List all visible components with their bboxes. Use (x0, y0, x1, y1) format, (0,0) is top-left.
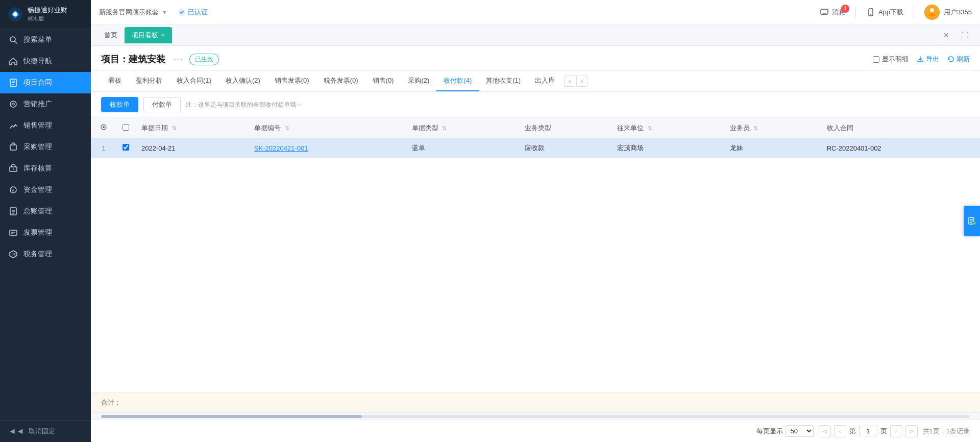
cell-code[interactable]: SK-20220421-001 (248, 138, 406, 158)
tabs-bar: 首页 项目看板 × ✕ ⛶ (91, 24, 980, 46)
receipt-toggle-button[interactable]: 收款单 (101, 97, 138, 112)
scrollbar-thumb[interactable] (101, 415, 362, 418)
col-checkbox[interactable] (116, 118, 135, 138)
export-button[interactable]: 导出 (917, 55, 939, 64)
sub-tab-next-button[interactable]: › (576, 76, 587, 87)
sub-tab-sales[interactable]: 销售(0) (365, 71, 401, 91)
main-content: 新服务官网演示账套 ▼ 已认证 消息 1 App下载 (91, 0, 980, 442)
sub-tab-profit[interactable]: 盈利分析 (129, 71, 169, 91)
col-income-contract: 收入合同 (821, 118, 980, 138)
payment-toggle-button[interactable]: 付款单 (143, 97, 181, 112)
horizontal-scrollbar[interactable] (91, 412, 980, 420)
col-partner: 往来单位 ⇅ (611, 118, 724, 138)
col-settings[interactable] (91, 118, 116, 138)
page-size-select[interactable]: 50 100 200 (785, 425, 814, 437)
cell-checkbox[interactable] (116, 138, 135, 158)
table-row[interactable]: 1 2022-04-21 SK-20220421-001 蓝单 应收款 宏茂商场… (91, 138, 980, 158)
export-icon (917, 56, 924, 63)
user-label: 用户3355 (944, 8, 972, 17)
data-table: 单据日期 ⇅ 单据编号 ⇅ 单据类型 ⇅ 业务类型 (91, 118, 980, 158)
sub-tab-prev-button[interactable]: ‹ (564, 76, 575, 87)
sidebar-item-tax[interactable]: 税 税务管理 (0, 243, 91, 265)
sidebar-unpin-label: 取消固定 (29, 427, 55, 436)
date-sort-icon[interactable]: ⇅ (172, 125, 177, 131)
select-all-checkbox[interactable] (122, 124, 129, 131)
sidebar-item-quicknav[interactable]: 快捷导航 (0, 51, 91, 72)
page-size-selector[interactable]: 每页显示 50 100 200 (756, 425, 814, 437)
sidebar-unpin[interactable]: ◄◄ 取消固定 (0, 420, 91, 442)
scrollbar-track[interactable] (101, 415, 970, 418)
app-name: 畅捷通好业财 (28, 6, 67, 15)
partner-sort-icon[interactable]: ⇅ (648, 125, 652, 131)
type-sort-icon[interactable]: ⇅ (442, 125, 447, 131)
page-first-button[interactable]: ⊲ (819, 425, 831, 437)
table-footer: 合计： (91, 392, 980, 412)
sub-tab-receipt-payment[interactable]: 收付款(4) (436, 71, 479, 91)
page-number-input[interactable] (859, 426, 877, 436)
right-float-button[interactable] (964, 206, 980, 236)
page-prev-button[interactable]: ‹ (834, 425, 846, 437)
row-checkbox[interactable] (122, 144, 129, 151)
tab-project-board[interactable]: 项目看板 × (125, 27, 172, 43)
sidebar-item-label-tax: 税务管理 (23, 250, 52, 259)
sidebar-item-fund[interactable]: ¥ 资金管理 (0, 179, 91, 201)
svg-point-8 (10, 101, 16, 107)
refresh-button[interactable]: 刷新 (947, 55, 970, 64)
col-type: 单据类型 ⇅ (406, 118, 519, 138)
svg-point-28 (103, 126, 105, 128)
refresh-label: 刷新 (957, 55, 970, 64)
tabs-close-button[interactable]: ✕ (939, 28, 953, 42)
sidebar-item-marketing[interactable]: 营销推广 (0, 93, 91, 115)
topbar-right: 消息 1 App下载 用户3355 (820, 5, 972, 20)
sidebar-item-label-marketing: 营销推广 (23, 100, 52, 109)
tab-close-icon[interactable]: × (161, 32, 165, 39)
app-download-label: App下载 (878, 8, 903, 17)
sidebar-item-label-search: 搜索菜单 (23, 35, 52, 44)
inventory-icon (8, 163, 18, 174)
tab-project-board-label: 项目看板 (132, 31, 158, 40)
tabs-expand-button[interactable]: ⛶ (958, 28, 972, 42)
user-menu[interactable]: 用户3355 (924, 5, 972, 20)
refresh-icon (947, 56, 954, 63)
toggle-hint: 注：这里是与项目关联的全部收付款单哦～ (186, 101, 302, 109)
sub-tab-warehouse[interactable]: 出入库 (528, 71, 562, 91)
cell-seq: 1 (91, 138, 116, 158)
sidebar-item-invoice[interactable]: 发票管理 (0, 222, 91, 243)
sidebar-item-search[interactable]: 搜索菜单 (0, 29, 91, 51)
sidebar-nav: 搜索菜单 快捷导航 项目合同 营销推广 销售管理 (0, 29, 91, 420)
salesman-sort-icon[interactable]: ⇅ (753, 125, 758, 131)
sub-tab-sales-invoice[interactable]: 销售发票(0) (267, 71, 316, 91)
project-name: 建筑安装 (129, 54, 165, 64)
svg-text:税: 税 (12, 253, 16, 256)
sidebar-item-project-contract[interactable]: 项目合同 (0, 72, 91, 93)
app-download-button[interactable]: App下载 (866, 8, 903, 17)
sub-tab-revenue-contract[interactable]: 收入合同(1) (169, 71, 218, 91)
svg-point-1 (13, 12, 17, 16)
receipt-code-link[interactable]: SK-20220421-001 (254, 144, 308, 152)
purchase-icon (8, 142, 18, 152)
tab-home[interactable]: 首页 (99, 27, 122, 43)
sub-tab-other-income[interactable]: 其他收支(1) (479, 71, 528, 91)
edit-float-icon (967, 216, 976, 226)
message-button[interactable]: 消息 1 (820, 8, 845, 17)
show-detail-checkbox[interactable] (873, 56, 879, 63)
sidebar-item-ledger[interactable]: 总账管理 (0, 201, 91, 222)
project-more-button[interactable]: ··· (174, 55, 183, 64)
page-last-button[interactable]: ⊳ (905, 425, 918, 437)
sidebar-item-purchase[interactable]: 采购管理 (0, 136, 91, 158)
sub-tab-revenue-confirm[interactable]: 收入确认(2) (218, 71, 267, 91)
sub-tab-kanban[interactable]: 看板 (101, 71, 129, 91)
total-info: 共1页，1条记录 (923, 427, 970, 436)
sidebar-item-inventory[interactable]: 库存核算 (0, 158, 91, 179)
page-next-button[interactable]: › (890, 425, 902, 437)
sidebar-item-sales[interactable]: 销售管理 (0, 115, 91, 136)
account-selector[interactable]: 新服务官网演示账套 ▼ (99, 8, 167, 17)
show-detail-toggle[interactable]: 显示明细 (873, 55, 909, 64)
svg-line-3 (15, 41, 17, 43)
total-label: 合计： (101, 399, 121, 406)
code-sort-icon[interactable]: ⇅ (285, 125, 289, 131)
sub-tab-tax-invoice[interactable]: 税务发票(0) (316, 71, 365, 91)
tab-home-label: 首页 (104, 31, 117, 40)
project-header: 项目：建筑安装 ··· 已生效 显示明细 导出 刷新 (91, 46, 980, 71)
sub-tab-purchase[interactable]: 采购(2) (401, 71, 436, 91)
